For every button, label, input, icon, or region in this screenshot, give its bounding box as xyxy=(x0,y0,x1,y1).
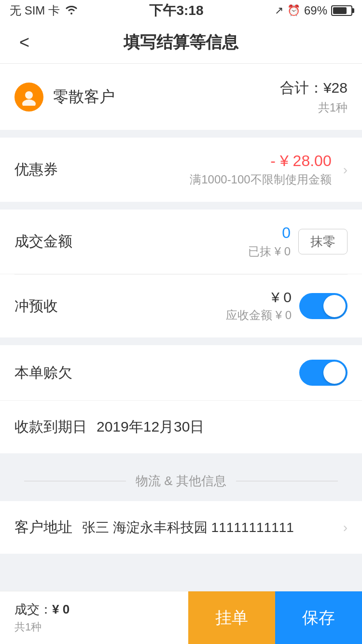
customer-total-area: 合计：¥28 共1种 xyxy=(280,78,348,115)
coupon-sub: 满1000-100不限制使用金额 xyxy=(190,172,331,187)
logistics-label: 物流 & 其他信息 xyxy=(136,473,226,490)
deal-amount: ¥ 0 xyxy=(52,602,70,616)
address-row[interactable]: 客户地址 张三 海淀永丰科技园 11111111111 › xyxy=(0,501,362,554)
toggle-knob xyxy=(323,295,346,317)
status-left: 无 SIM 卡 xyxy=(10,3,78,18)
credit-row: 本单赊欠 xyxy=(0,345,362,401)
transaction-value: 0 xyxy=(248,224,291,242)
deal-label: 成交： xyxy=(14,602,52,616)
credit-section: 本单赊欠 收款到期日 2019年12月30日 xyxy=(0,345,362,453)
logistics-header: 物流 & 其他信息 xyxy=(0,461,362,501)
prepay-right: ¥ 0 应收金额 ¥ 0 xyxy=(226,289,348,323)
coupon-section: 优惠券 - ¥ 28.00 满1000-100不限制使用金额 › xyxy=(0,138,362,202)
due-date-label: 收款到期日 xyxy=(14,417,87,437)
save-button[interactable]: 保存 xyxy=(275,591,362,644)
coupon-right: - ¥ 28.00 满1000-100不限制使用金额 › xyxy=(190,152,348,187)
back-button[interactable]: < xyxy=(14,28,34,57)
customer-row: 零散客户 合计：¥28 共1种 xyxy=(0,64,362,130)
status-time: 下午3:18 xyxy=(149,1,203,20)
svg-point-1 xyxy=(22,99,36,106)
due-date-value: 2019年12月30日 xyxy=(97,417,204,437)
avatar xyxy=(14,83,43,112)
battery-icon xyxy=(331,5,352,16)
coupon-discount: - ¥ 28.00 xyxy=(190,152,331,170)
page-title: 填写结算等信息 xyxy=(124,31,238,54)
credit-right xyxy=(299,360,348,386)
transaction-label: 成交金额 xyxy=(14,232,72,252)
location-icon: ↗ xyxy=(275,4,283,17)
status-right: ↗ ⏰ 69% xyxy=(275,4,352,17)
customer-name: 零散客户 xyxy=(53,86,115,108)
nav-bar: < 填写结算等信息 xyxy=(0,21,362,64)
coupon-row[interactable]: 优惠券 - ¥ 28.00 满1000-100不限制使用金额 › xyxy=(0,138,362,202)
wifi-icon xyxy=(65,4,78,17)
transaction-right: 0 已抹 ¥ 0 抹零 xyxy=(248,224,348,259)
hang-button[interactable]: 挂单 xyxy=(188,591,275,644)
total-value: ¥28 xyxy=(323,80,348,96)
chevron-right-icon: › xyxy=(343,162,348,178)
address-label: 客户地址 xyxy=(14,518,72,537)
bottom-deal-text: 成交：¥ 0 xyxy=(14,601,174,618)
coupon-label: 优惠券 xyxy=(14,160,58,180)
alarm-icon: ⏰ xyxy=(287,4,300,17)
prepay-label: 冲预收 xyxy=(14,296,58,316)
credit-label: 本单赊欠 xyxy=(14,363,72,383)
battery-label: 69% xyxy=(304,4,327,17)
due-date-row: 收款到期日 2019年12月30日 xyxy=(0,401,362,453)
svg-point-0 xyxy=(25,91,33,99)
round-off-button[interactable]: 抹零 xyxy=(298,229,348,254)
credit-toggle[interactable] xyxy=(299,360,348,386)
prepay-value: ¥ 0 xyxy=(226,289,292,306)
transaction-section: 成交金额 0 已抹 ¥ 0 抹零 冲预收 ¥ 0 应收金额 ¥ 0 xyxy=(0,210,362,337)
customer-count: 共1种 xyxy=(280,100,348,115)
credit-toggle-knob xyxy=(323,362,346,384)
bottom-bar: 成交：¥ 0 共1种 挂单 保存 xyxy=(0,591,362,644)
bottom-count: 共1种 xyxy=(14,620,174,634)
address-value: 张三 海淀永丰科技园 11111111111 xyxy=(82,518,339,537)
transaction-sub: 已抹 ¥ 0 xyxy=(248,244,291,259)
prepay-row: 冲预收 ¥ 0 应收金额 ¥ 0 xyxy=(0,275,362,337)
content-area: 零散客户 合计：¥28 共1种 优惠券 - ¥ 28.00 满1000-100不… xyxy=(0,64,362,619)
prepay-toggle[interactable] xyxy=(299,293,348,319)
customer-total: 合计：¥28 xyxy=(280,78,348,98)
carrier-label: 无 SIM 卡 xyxy=(10,3,60,18)
status-bar: 无 SIM 卡 下午3:18 ↗ ⏰ 69% xyxy=(0,0,362,21)
address-section: 客户地址 张三 海淀永丰科技园 11111111111 › xyxy=(0,501,362,554)
customer-info: 零散客户 xyxy=(14,83,115,112)
transaction-row: 成交金额 0 已抹 ¥ 0 抹零 xyxy=(0,210,362,274)
bottom-info: 成交：¥ 0 共1种 xyxy=(0,601,188,634)
total-label: 合计： xyxy=(280,80,323,96)
address-chevron-icon: › xyxy=(343,520,348,535)
prepay-sub: 应收金额 ¥ 0 xyxy=(226,308,292,323)
